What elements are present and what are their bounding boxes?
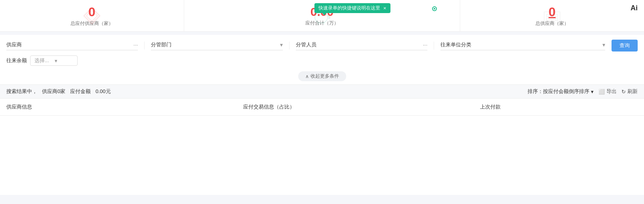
export-label: 导出 — [606, 88, 617, 95]
tooltip-bubble: 快速录单的快捷键说明在这里 × — [314, 3, 391, 13]
department-chevron-icon[interactable]: ▾ — [280, 42, 283, 48]
refresh-icon: ↻ — [621, 89, 626, 95]
sort-select[interactable]: 排序：按应付会额倒序排序 ▾ — [528, 88, 594, 95]
refresh-button[interactable]: ↻ 刷新 — [621, 88, 638, 95]
svg-rect-6 — [551, 14, 553, 17]
department-label: 分管部门 — [151, 41, 171, 48]
divider-1 — [144, 42, 145, 50]
divider-2 — [289, 42, 290, 50]
department-input[interactable] — [175, 42, 278, 48]
export-icon: ⬜ — [598, 89, 605, 95]
svg-rect-5 — [547, 14, 549, 17]
stat-card-suppliers: 0 总应付供应商（家） — [0, 0, 184, 31]
person-dots-icon[interactable]: ··· — [423, 42, 428, 48]
search-row-2: 往来余额 选择... ▾ — [6, 55, 638, 66]
top-stats-bar: 0 总应付供应商（家） 快速录单的快捷键说明在这里 × 0.00 应付合计（万） — [0, 0, 644, 32]
stat-card-amount: 快速录单的快捷键说明在这里 × 0.00 应付合计（万） — [184, 0, 460, 31]
building-icon — [540, 8, 564, 24]
person-input[interactable] — [320, 42, 421, 48]
results-amount-label: 应付金额 — [70, 88, 91, 95]
collapse-chevron-icon: ∧ — [305, 74, 309, 79]
supplier-field: 供应商 ··· — [6, 41, 138, 50]
divider-3 — [434, 42, 434, 50]
svg-rect-7 — [555, 14, 558, 17]
diamond-logo-icon — [83, 7, 101, 25]
tooltip-close-btn[interactable]: × — [383, 5, 387, 11]
svg-rect-8 — [547, 18, 549, 21]
results-bar: 搜索结果中， 供应商0家 应付金额 0.00元 排序：按应付会额倒序排序 ▾ ⬜… — [0, 84, 644, 99]
person-field: 分管人员 ··· — [296, 41, 427, 50]
unit-input[interactable] — [474, 42, 601, 48]
tooltip-text: 快速录单的快捷键说明在这里 — [318, 5, 380, 11]
svg-rect-4 — [544, 12, 560, 23]
sort-chevron-icon: ▾ — [591, 89, 594, 95]
results-prefix: 搜索结果中， — [6, 88, 37, 95]
collapse-button[interactable]: ∧ 收起更多条件 — [298, 71, 346, 81]
svg-rect-9 — [551, 18, 553, 21]
unit-label: 往来单位分类 — [440, 41, 471, 48]
unit-field: 往来单位分类 ▾ — [440, 41, 605, 50]
col-lastpay-header: 上次付款 — [480, 103, 638, 111]
table-header: 供应商信息 应付交易信息（占比） 上次付款 — [0, 99, 644, 116]
ai-label[interactable]: Ai — [631, 4, 638, 12]
export-button[interactable]: ⬜ 导出 — [598, 88, 617, 95]
supplier-dots-icon[interactable]: ··· — [133, 42, 138, 48]
unit-chevron-icon[interactable]: ▾ — [602, 42, 605, 48]
balance-chevron-icon: ▾ — [55, 58, 73, 64]
col-transaction-header: 应付交易信息（占比） — [243, 103, 480, 111]
balance-select-value: 选择... — [34, 57, 53, 64]
collapse-label: 收起更多条件 — [311, 73, 339, 80]
results-info: 搜索结果中， 供应商0家 应付金额 0.00元 — [6, 88, 111, 95]
supplier-input[interactable] — [25, 42, 132, 48]
balance-select[interactable]: 选择... ▾ — [30, 55, 78, 66]
query-button[interactable]: 查询 — [612, 40, 638, 51]
balance-label: 往来余额 — [6, 57, 27, 64]
results-amount-value: 0.00元 — [95, 88, 111, 95]
search-area: 供应商 ··· 分管部门 ▾ 分管人员 ··· 往来单位分类 ▾ 查询 往 — [0, 35, 644, 84]
department-field: 分管部门 ▾ — [151, 41, 282, 50]
refresh-label: 刷新 — [627, 88, 638, 95]
svg-rect-10 — [555, 18, 558, 21]
search-row-1: 供应商 ··· 分管部门 ▾ 分管人员 ··· 往来单位分类 ▾ 查询 — [6, 40, 638, 51]
stat-card-total: 0 总供应商（家） Ai — [460, 0, 644, 31]
results-actions: 排序：按应付会额倒序排序 ▾ ⬜ 导出 ↻ 刷新 — [528, 88, 638, 95]
tooltip-dot-icon — [433, 7, 436, 10]
col-supplier-header: 供应商信息 — [6, 103, 243, 111]
results-supplier-count: 供应商0家 — [42, 88, 65, 95]
person-label: 分管人员 — [296, 41, 316, 48]
sort-label: 排序：按应付会额倒序排序 — [528, 88, 589, 95]
supplier-label: 供应商 — [6, 41, 22, 48]
table-body — [0, 116, 644, 195]
svg-point-3 — [318, 15, 320, 17]
collapse-bar: ∧ 收起更多条件 — [6, 69, 638, 84]
